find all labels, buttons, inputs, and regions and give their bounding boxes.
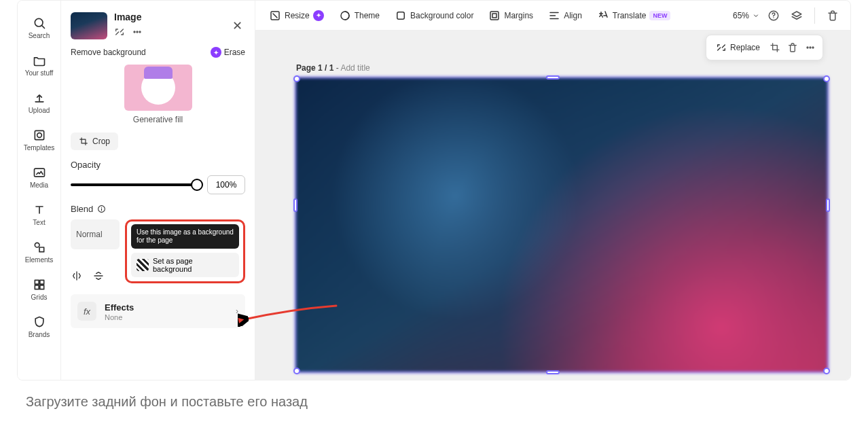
panel-title: Image <box>114 12 223 22</box>
svg-rect-17 <box>490 12 499 20</box>
svg-rect-6 <box>35 280 39 284</box>
theme-button[interactable]: Theme <box>333 6 385 25</box>
erase-button[interactable]: ✦Erase <box>211 47 245 58</box>
slider-knob[interactable] <box>191 179 203 191</box>
rail-search[interactable]: Search <box>20 12 58 43</box>
rail-upload[interactable]: Upload <box>20 86 58 118</box>
zoom-control[interactable]: 65% <box>733 11 760 20</box>
svg-point-11 <box>137 31 138 33</box>
rail-elements[interactable]: Elements <box>20 236 58 268</box>
top-toolbar: Resize✦ Theme Background color Margins A… <box>255 1 850 31</box>
opacity-value-input[interactable]: 100% <box>207 175 245 194</box>
canvas-stage[interactable]: Replace Page 1 / 1 - Add title <box>255 31 850 380</box>
close-panel-icon[interactable]: ✕ <box>230 16 245 36</box>
canvas-area: Resize✦ Theme Background color Margins A… <box>255 1 850 380</box>
more-mini-icon[interactable] <box>132 26 143 40</box>
svg-rect-8 <box>35 285 39 289</box>
crop-tool-icon[interactable] <box>768 41 782 54</box>
left-rail: Search Your stuff Upload Templates Media… <box>18 1 61 380</box>
replace-mini-icon[interactable] <box>114 26 125 40</box>
rail-label: Grids <box>31 294 48 301</box>
new-badge: NEW <box>649 11 670 20</box>
handle-mid-left[interactable] <box>293 198 297 212</box>
opacity-label: Opacity <box>71 160 245 170</box>
margins-icon <box>488 10 501 22</box>
svg-rect-18 <box>492 14 496 18</box>
properties-panel: Image ✕ Remove background ✦Erase Generat… <box>61 1 255 380</box>
figure-caption: Загрузите задний фон и поставьте его наз… <box>26 394 868 410</box>
blend-select[interactable]: Normal <box>71 219 120 249</box>
align-icon <box>548 10 560 22</box>
replace-button[interactable]: Replace <box>712 39 764 56</box>
rail-label: Search <box>29 32 50 39</box>
opacity-row: 100% <box>71 175 245 194</box>
layers-icon[interactable] <box>787 6 806 25</box>
svg-point-22 <box>812 47 814 48</box>
handle-top-right[interactable] <box>823 75 830 82</box>
help-icon[interactable] <box>764 6 783 25</box>
info-icon[interactable] <box>97 205 106 213</box>
handle-top-center[interactable] <box>546 75 560 79</box>
svg-rect-1 <box>35 130 43 139</box>
chevron-right-icon: › <box>236 306 238 316</box>
search-icon <box>32 16 47 31</box>
background-color-button[interactable]: Background color <box>389 6 479 25</box>
rail-brands[interactable]: Brands <box>20 310 58 342</box>
effects-row[interactable]: fx Effects None › <box>71 294 245 328</box>
svg-point-0 <box>35 18 43 26</box>
fx-icon: fx <box>77 302 96 321</box>
delete-icon[interactable] <box>786 41 799 54</box>
handle-bottom-left[interactable] <box>293 368 300 374</box>
rail-label: Media <box>30 181 48 189</box>
brands-icon <box>32 315 47 330</box>
handle-bottom-center[interactable] <box>546 370 560 374</box>
svg-rect-5 <box>39 247 44 252</box>
theme-icon <box>339 10 351 22</box>
rail-label: Text <box>33 219 45 226</box>
svg-point-4 <box>35 243 39 247</box>
translate-icon <box>597 10 609 22</box>
rail-text[interactable]: Text <box>20 198 58 230</box>
crop-button[interactable]: Crop <box>71 132 118 150</box>
grids-icon <box>32 277 47 292</box>
generative-fill-label: Generative fill <box>71 115 245 124</box>
flip-horizontal-button[interactable] <box>71 270 83 282</box>
remove-background-button[interactable]: Remove background <box>71 48 146 57</box>
effects-label: Effects <box>105 302 134 313</box>
rail-label: Upload <box>29 107 50 114</box>
rail-label: Templates <box>24 144 55 152</box>
page-label[interactable]: Page 1 / 1 - Add title <box>296 63 370 73</box>
text-icon <box>32 202 47 217</box>
rail-label: Brands <box>29 331 50 338</box>
handle-top-left[interactable] <box>293 75 300 82</box>
svg-rect-16 <box>397 12 405 19</box>
rail-label: Elements <box>25 256 54 264</box>
trash-icon[interactable] <box>823 6 842 25</box>
flip-vertical-button[interactable] <box>92 270 105 282</box>
rail-grids[interactable]: Grids <box>20 273 58 305</box>
rail-label: Your stuff <box>25 69 54 77</box>
resize-button[interactable]: Resize✦ <box>264 6 329 25</box>
bgcolor-icon <box>395 10 407 22</box>
generative-fill-preview[interactable] <box>124 65 192 111</box>
align-button[interactable]: Align <box>543 6 587 25</box>
more-icon[interactable] <box>803 41 817 54</box>
svg-point-10 <box>134 31 135 33</box>
selected-image[interactable] <box>295 77 829 373</box>
opacity-slider[interactable] <box>71 183 200 186</box>
handle-mid-right[interactable] <box>826 198 830 212</box>
templates-icon <box>32 128 47 143</box>
rail-your-stuff[interactable]: Your stuff <box>20 49 58 81</box>
rail-templates[interactable]: Templates <box>20 124 58 156</box>
handle-bottom-right[interactable] <box>823 368 830 374</box>
media-icon <box>32 165 47 180</box>
translate-button[interactable]: TranslateNEW <box>592 6 676 25</box>
svg-rect-7 <box>39 280 43 284</box>
image-thumbnail[interactable] <box>71 12 107 39</box>
floating-toolbar: Replace <box>706 35 823 60</box>
upload-icon <box>32 90 47 105</box>
rail-media[interactable]: Media <box>20 161 58 193</box>
resize-icon <box>269 10 281 22</box>
svg-point-20 <box>807 47 808 48</box>
margins-button[interactable]: Margins <box>483 6 539 25</box>
